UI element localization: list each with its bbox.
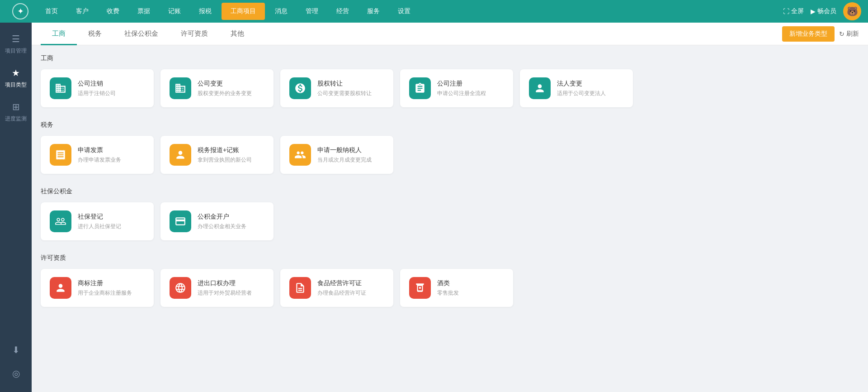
card-text: 进出口权办理 适用于对外贸易经营者 [198, 279, 264, 297]
card-desc: 进行人员社保登记 [78, 223, 145, 230]
card-icon [50, 144, 71, 166]
list-item[interactable]: 公积金开户 办理公积金相关业务 [160, 202, 274, 240]
tab-许可资质[interactable]: 许可资质 [170, 23, 219, 45]
section-title: 社保公积金 [41, 187, 859, 196]
nav-item-工商项目[interactable]: 工商项目 [222, 3, 265, 20]
nav-item-票据[interactable]: 票据 [128, 0, 159, 23]
list-item[interactable]: 酒类 零售批发 [400, 269, 513, 307]
sidebar-item-项目管理[interactable]: ☰项目管理 [0, 27, 32, 61]
card-icon [170, 77, 191, 99]
list-item[interactable]: 法人变更 适用于公司变更法人 [520, 69, 633, 107]
logo-icon: ✦ [12, 3, 28, 19]
card-title: 股权转让 [317, 80, 384, 88]
list-item[interactable]: 申请发票 办理申请发票业务 [41, 136, 154, 174]
nav-item-客户[interactable]: 客户 [67, 0, 98, 23]
card-icon [289, 277, 311, 299]
list-item[interactable]: 股权转让 公司变更需要股权转让 [280, 69, 393, 107]
nav-item-报税[interactable]: 报税 [190, 0, 221, 23]
card-desc: 股权变更外的业务变更 [198, 90, 264, 97]
tab-税务[interactable]: 税务 [77, 23, 113, 45]
fullscreen-label: 全屏 [791, 7, 804, 15]
content-scroll[interactable]: 工商 公司注销 适用于注销公司 公司变更 股权变更外的业务变更 股权转让 公司变… [32, 45, 868, 392]
sidebar: ☰项目管理★项目类型⊞进度监测⬇◎ [0, 23, 32, 392]
tab-社保公积金[interactable]: 社保公积金 [113, 23, 170, 45]
sidebar-label: 项目管理 [5, 47, 27, 55]
card-icon [170, 144, 191, 166]
sidebar-item-项目类型[interactable]: ★项目类型 [0, 61, 32, 95]
card-desc: 办理食品经营许可证 [317, 289, 384, 297]
tabs-bar: 工商税务社保公积金许可资质其他 新增业务类型 ↻ 刷新 [32, 23, 868, 45]
sidebar-item-进度监测[interactable]: ⊞进度监测 [0, 95, 32, 129]
card-text: 申请发票 办理申请发票业务 [78, 146, 145, 164]
section-税务: 税务 申请发票 办理申请发票业务 税务报道+记账 拿到营业执照的新公司 申请一般… [41, 121, 859, 174]
list-item[interactable]: 商标注册 用于企业商标注册服务 [41, 269, 154, 307]
vip-button[interactable]: ▶ 畅会员 [811, 7, 836, 15]
card-text: 公司注销 适用于注销公司 [78, 80, 145, 97]
list-item[interactable]: 社保登记 进行人员社保登记 [41, 202, 154, 240]
tab-right-actions: 新增业务类型 ↻ 刷新 [782, 26, 859, 42]
list-item[interactable]: 申请一般纳税人 当月或次月成变更完成 [280, 136, 393, 174]
tabs-container: 工商税务社保公积金许可资质其他 [41, 23, 255, 45]
card-icon [409, 77, 431, 99]
card-desc: 适用于对外贸易经营者 [198, 289, 264, 297]
tab-其他[interactable]: 其他 [219, 23, 255, 45]
card-desc: 办理公积金相关业务 [198, 223, 264, 230]
vip-label: 畅会员 [817, 7, 836, 15]
cards-grid: 社保登记 进行人员社保登记 公积金开户 办理公积金相关业务 [41, 202, 859, 240]
card-desc: 拿到营业执照的新公司 [198, 156, 264, 164]
sidebar-bottom-item[interactable]: ⬇ [0, 338, 32, 362]
refresh-label: 刷新 [846, 30, 859, 38]
card-text: 商标注册 用于企业商标注册服务 [78, 279, 145, 297]
nav-item-记账[interactable]: 记账 [159, 0, 190, 23]
tab-工商[interactable]: 工商 [41, 23, 77, 45]
card-text: 公司注册 申请公司注册全流程 [437, 80, 504, 97]
section-title: 许可资质 [41, 254, 859, 262]
list-item[interactable]: 公司变更 股权变更外的业务变更 [160, 69, 274, 107]
card-icon [170, 277, 191, 299]
card-title: 商标注册 [78, 279, 145, 287]
sidebar-bottom-icon: ⬇ [12, 344, 20, 355]
card-title: 公积金开户 [198, 213, 264, 221]
top-navigation: ✦ 首页客户收费票据记账报税工商项目消息管理经营服务设置 ⛶ 全屏 ▶ 畅会员 … [0, 0, 868, 23]
new-type-button[interactable]: 新增业务类型 [782, 26, 835, 42]
nav-item-收费[interactable]: 收费 [98, 0, 128, 23]
nav-item-首页[interactable]: 首页 [36, 0, 67, 23]
list-item[interactable]: 食品经营许可证 办理食品经营许可证 [280, 269, 393, 307]
card-icon [289, 144, 311, 166]
card-icon [50, 210, 71, 232]
nav-item-设置[interactable]: 设置 [389, 0, 420, 23]
sidebar-bottom-item[interactable]: ◎ [0, 362, 32, 385]
card-title: 税务报道+记账 [198, 146, 264, 154]
sidebar-bottom: ⬇◎ [0, 338, 32, 392]
fullscreen-button[interactable]: ⛶ 全屏 [783, 7, 804, 15]
nav-item-消息[interactable]: 消息 [266, 0, 297, 23]
card-title: 酒类 [437, 279, 504, 287]
card-desc: 办理申请发票业务 [78, 156, 145, 164]
list-item[interactable]: 税务报道+记账 拿到营业执照的新公司 [160, 136, 274, 174]
card-text: 酒类 零售批发 [437, 279, 504, 297]
card-title: 进出口权办理 [198, 279, 264, 287]
card-desc: 适用于公司变更法人 [557, 90, 624, 97]
sidebar-bottom-icon: ◎ [12, 368, 20, 379]
list-item[interactable]: 进出口权办理 适用于对外贸易经营者 [160, 269, 274, 307]
card-desc: 用于企业商标注册服务 [78, 289, 145, 297]
sidebar-label: 项目类型 [5, 81, 27, 89]
card-text: 公积金开户 办理公积金相关业务 [198, 213, 264, 230]
nav-right: ⛶ 全屏 ▶ 畅会员 🐻 [783, 2, 868, 20]
nav-items: 首页客户收费票据记账报税工商项目消息管理经营服务设置 [36, 0, 783, 23]
list-item[interactable]: 公司注册 申请公司注册全流程 [400, 69, 513, 107]
card-title: 公司注销 [78, 80, 145, 88]
card-text: 法人变更 适用于公司变更法人 [557, 80, 624, 97]
nav-item-经营[interactable]: 经营 [327, 0, 358, 23]
sidebar-icon: ☰ [12, 33, 20, 44]
list-item[interactable]: 公司注销 适用于注销公司 [41, 69, 154, 107]
card-desc: 零售批发 [437, 289, 504, 297]
refresh-button[interactable]: ↻ 刷新 [839, 30, 859, 38]
nav-item-管理[interactable]: 管理 [297, 0, 327, 23]
card-desc: 申请公司注册全流程 [437, 90, 504, 97]
card-icon [170, 210, 191, 232]
nav-item-服务[interactable]: 服务 [358, 0, 389, 23]
card-icon [50, 277, 71, 299]
card-icon [529, 77, 551, 99]
cards-grid: 申请发票 办理申请发票业务 税务报道+记账 拿到营业执照的新公司 申请一般纳税人… [41, 136, 859, 174]
